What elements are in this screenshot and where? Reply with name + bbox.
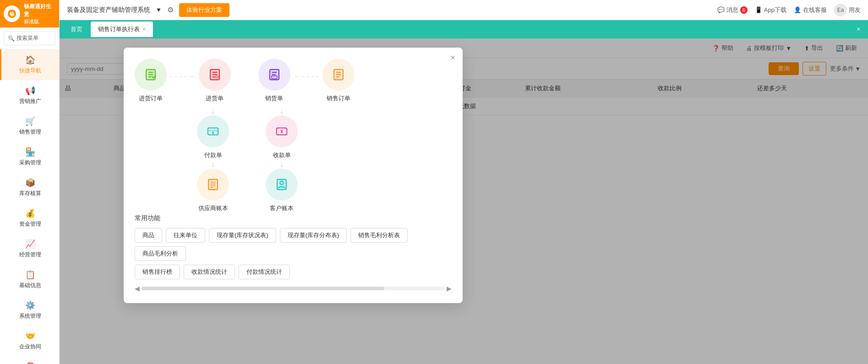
func-btn-stock-status[interactable]: 现存量(库存状况表) (209, 228, 276, 243)
sidebar-item-system[interactable]: ⚙️ 系统管理 (0, 295, 59, 326)
receipt-label: 收款单 (273, 151, 291, 159)
arrow-down-customer: ↓ (280, 159, 284, 168)
sidebar-item-sales[interactable]: 🛒 销售管理 (0, 111, 59, 141)
purchase-icon: 🏪 (25, 147, 35, 157)
finance-icon: 💰 (25, 208, 35, 218)
user-item[interactable]: Ea 用友 (834, 4, 861, 16)
content-area: ❓ 帮助 🖨 按模板打印 ▼ ⬆ 导出 🔄 刷新 (60, 38, 868, 364)
modal-scrollbar: ◀ ▶ (135, 285, 452, 292)
sidebar-item-label: 企业协同 (19, 343, 41, 351)
func-btns-row2: 销售排行榜 收款情况统计 付款情况统计 (135, 265, 452, 279)
flow-node-customer-account[interactable]: 客户账本 (266, 168, 298, 212)
sidebar-item-enterprise[interactable]: 🤝 企业协同 (0, 326, 59, 356)
scroll-right-btn[interactable]: ▶ (447, 285, 452, 292)
sidebar-item-quick-nav[interactable]: 🏠 快捷导航 (0, 49, 59, 80)
settings-icon[interactable]: ⚙ (167, 5, 174, 14)
flow-node-purchase-order[interactable]: 进货订单 (135, 59, 167, 103)
supplier-account-col: ↓ (197, 159, 229, 212)
customer-account-label: 客户账本 (270, 204, 294, 212)
chevron-down-icon: ▼ (156, 6, 162, 13)
sidebar-item-label: 营销推广 (19, 98, 41, 105)
online-service-item[interactable]: 👤 在线客服 (794, 6, 827, 14)
system-icon: ⚙️ (25, 300, 35, 310)
experience-btn[interactable]: 体验行业方案 (179, 3, 229, 17)
sale-order-label: 销售订单 (327, 94, 350, 103)
sidebar-search: 🔍 搜索菜单 (0, 27, 59, 49)
arrow-h-2: ← - - - - (290, 73, 322, 80)
receipt-col: ↓ ¥ 收款单 (266, 106, 298, 159)
flow-node-supplier-account[interactable]: 供应商账本 (197, 168, 229, 212)
modal-overlay: × (60, 38, 868, 364)
message-icon: 💬 (717, 6, 725, 13)
tabbar: 首页 销售订单执行表 × × (60, 20, 868, 38)
common-funcs-title: 常用功能 (135, 214, 452, 223)
func-btn-stock-dist[interactable]: 现存量(库存分布表) (280, 228, 347, 243)
logo-text: 畅康通好生意 (24, 3, 55, 18)
sidebar-item-purchase[interactable]: 🏪 采购管理 (0, 141, 59, 172)
sidebar-item-label: 系统管理 (19, 312, 41, 320)
marketing-icon: 📢 (25, 86, 35, 96)
func-btn-sales-profit[interactable]: 销售毛利分析表 (350, 228, 408, 243)
modal-close-btn[interactable]: × (450, 53, 455, 63)
search-menu-button[interactable]: 🔍 搜索菜单 (4, 31, 55, 45)
receipt-icon: ¥ (266, 115, 298, 147)
sidebar-item-finance[interactable]: 💰 资金管理 (0, 203, 59, 234)
flow-modal: × (124, 48, 463, 303)
func-btn-product[interactable]: 商品 (135, 228, 162, 243)
tab-sales-order-exec[interactable]: 销售订单执行表 × (91, 22, 153, 37)
scroll-left-btn[interactable]: ◀ (135, 285, 140, 292)
quick-nav-icon: 🏠 (25, 55, 35, 65)
search-label: 搜索菜单 (16, 34, 38, 42)
tab-home[interactable]: 首页 (63, 22, 90, 37)
user-name: 用友 (849, 6, 861, 14)
sidebar-item-marketing[interactable]: 📢 营销推广 (0, 80, 59, 111)
common-funcs: 常用功能 商品 往来单位 现存量(库存状况表) 现存量(库存分布表) 销售毛利分… (135, 214, 452, 279)
payment-label: 付款单 (204, 151, 222, 159)
flow-node-receipt[interactable]: ¥ 收款单 (266, 115, 298, 159)
arrow-down-payment: ↓ (211, 106, 215, 115)
flow-row-2: ↓ ¥ 付款单 (135, 106, 452, 159)
sidebar-item-operations[interactable]: 📈 经营管理 (0, 234, 59, 264)
message-item[interactable]: 💬 消息 6 (717, 6, 748, 14)
logo-sub: 标准版 (24, 18, 55, 25)
flow-node-sale-order[interactable]: 销售订单 (322, 59, 355, 103)
tab-close-icon[interactable]: × (142, 26, 146, 33)
sidebar-nav: 🏠 快捷导航 📢 营销推广 🛒 销售管理 🏪 采购管理 📦 库存核算 💰 (0, 49, 59, 364)
func-btn-product-profit[interactable]: 商品毛利分析 (135, 246, 186, 261)
tab-bar-close-btn[interactable]: × (853, 25, 864, 33)
supplier-account-label: 供应商账本 (198, 204, 228, 212)
sale-order-icon (322, 59, 355, 91)
scrollbar-thumb (142, 287, 384, 290)
svg-point-12 (215, 75, 219, 79)
flow-node-sale-bill[interactable]: 销货单 (258, 59, 290, 103)
system-dropdown[interactable]: ▼ (156, 6, 162, 13)
sidebar-item-newbie[interactable]: 🎯 新手引导 (0, 356, 59, 364)
customer-account-col: ↓ (266, 159, 298, 212)
operations-icon: 📈 (25, 239, 35, 249)
sidebar-item-inventory[interactable]: 📦 库存核算 (0, 172, 59, 203)
arrow-down-receipt: ↓ (280, 106, 284, 115)
app-download-item[interactable]: 📱 App下载 (755, 6, 786, 14)
scrollbar-track[interactable] (142, 287, 445, 290)
newbie-icon: 🎯 (25, 362, 35, 364)
home-tab-label: 首页 (71, 25, 82, 33)
topbar: 装备及固定资产辅助管理系统 ▼ ⚙ 体验行业方案 💬 消息 6 📱 App下载 … (60, 0, 868, 20)
search-icon: 🔍 (8, 35, 15, 42)
sidebar: 畅 畅康通好生意 标准版 🔍 搜索菜单 🏠 快捷导航 📢 营销推广 (0, 0, 60, 364)
func-btn-sales-ranking[interactable]: 销售排行榜 (135, 265, 180, 279)
sidebar-item-label: 销售管理 (19, 128, 41, 136)
sidebar-item-label: 库存核算 (19, 190, 41, 197)
arrow-down-supplier: ↓ (211, 159, 215, 168)
func-btn-counterpart[interactable]: 往来单位 (166, 228, 205, 243)
main-content: 装备及固定资产辅助管理系统 ▼ ⚙ 体验行业方案 💬 消息 6 📱 App下载 … (60, 0, 868, 364)
func-btns-row1: 商品 往来单位 现存量(库存状况表) 现存量(库存分布表) 销售毛利分析表 商品… (135, 228, 452, 261)
app-download-label: App下载 (764, 6, 786, 14)
sidebar-item-basic-info[interactable]: 📋 基础信息 (0, 264, 59, 295)
topbar-right: 💬 消息 6 📱 App下载 👤 在线客服 Ea 用友 (717, 4, 861, 16)
func-btn-payment-stats[interactable]: 付款情况统计 (239, 265, 290, 279)
service-icon: 👤 (794, 6, 801, 13)
func-btn-receipt-stats[interactable]: 收款情况统计 (184, 265, 235, 279)
logo-icon: 畅 (4, 5, 20, 22)
flow-node-payment[interactable]: ¥ 付款单 (197, 115, 229, 159)
flow-node-purchase-bill[interactable]: 进货单 (199, 59, 231, 103)
